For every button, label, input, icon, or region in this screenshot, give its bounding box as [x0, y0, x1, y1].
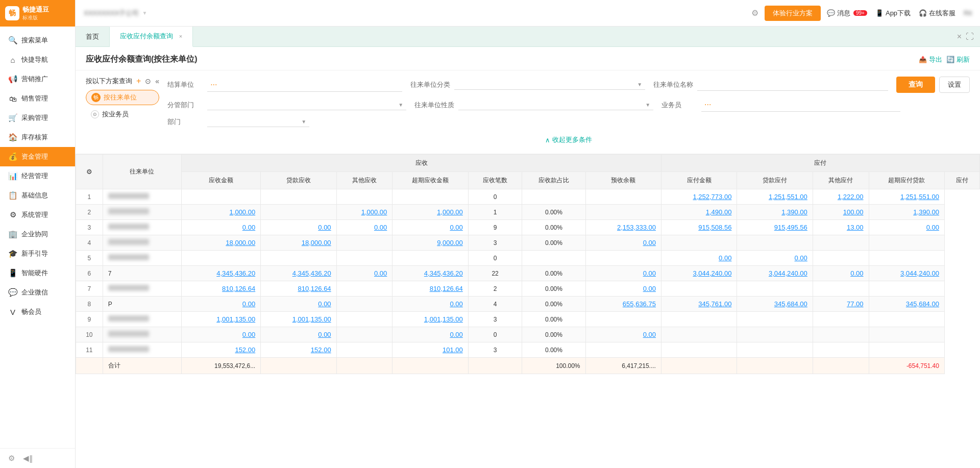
row-ys-ys_count-0[interactable]: 0	[468, 189, 522, 205]
sidebar-item-sales[interactable]: 🛍 销售管理	[0, 89, 75, 108]
refresh-button[interactable]: 🔄 刷新	[946, 55, 970, 64]
tab-close-window-icon[interactable]: ×	[957, 32, 962, 41]
row-ys-ys_ratio-2[interactable]: 0.00%	[522, 220, 585, 235]
row-ys-ys_ratio-5[interactable]: 0.00%	[522, 266, 585, 281]
row-ys-ys_other-2[interactable]: 0.00	[336, 220, 393, 235]
sidebar-item-newbie[interactable]: 🎓 新手引导	[0, 244, 75, 263]
sidebar-item-corp-wechat[interactable]: 💬 企业微信	[0, 283, 75, 302]
collapse-bottom-icon[interactable]: ◀‖	[23, 454, 33, 463]
filter-settings-icon[interactable]: ⊙	[145, 77, 151, 85]
msg-button[interactable]: 💬 消息 99+	[827, 9, 867, 18]
row-ys-ys_ratio-7[interactable]: 0.00%	[522, 297, 585, 312]
row-ys-ys_daikuan-5[interactable]: 4,345,436.20	[261, 266, 336, 281]
row-yf-yf_other-1[interactable]: 100.00	[813, 205, 869, 220]
row-ys-ys_count-5[interactable]: 22	[468, 266, 522, 281]
row-ys-ys_amount-8[interactable]: 1,001,135.00	[182, 312, 261, 327]
th-settings[interactable]: ⚙	[76, 155, 103, 189]
row-yf-yf_other-0[interactable]: 1,222.00	[813, 189, 869, 205]
row-ys-ys_amount-9[interactable]: 0.00	[182, 327, 261, 342]
yewu-dots[interactable]: ···	[704, 100, 711, 109]
row-yf-yf_amount-4[interactable]: 0.00	[661, 251, 737, 266]
row-ys-ys_amount-10[interactable]: 152.00	[182, 342, 261, 358]
filter-fenguan-select[interactable]: ▼	[207, 100, 406, 110]
sidebar-item-search-menu[interactable]: 🔍 搜索菜单	[0, 31, 75, 50]
row-yf-yf_other-7[interactable]: 77.00	[813, 297, 869, 312]
row-yf-yf_overdue-0[interactable]: 1,251,551.00	[869, 189, 944, 205]
row-ys-ys_ratio-10[interactable]: 0.00%	[522, 342, 585, 358]
query-button[interactable]: 查询	[896, 77, 935, 93]
row-yf-yf_overdue-7[interactable]: 345,684.00	[869, 297, 944, 312]
row-ys-ys_count-4[interactable]: 0	[468, 251, 522, 266]
filter-bumen-select[interactable]: ▼	[207, 117, 309, 127]
row-ys-ys_count-7[interactable]: 4	[468, 297, 522, 312]
row-ys-ys_daikuan-8[interactable]: 1,001,135.00	[261, 312, 336, 327]
row-ys-ys_amount-1[interactable]: 1,000.00	[182, 205, 261, 220]
jiesuan-dots[interactable]: ···	[210, 80, 217, 89]
tab-close-icon[interactable]: ×	[179, 33, 182, 39]
row-ys-ys_prepay-3[interactable]: 0.00	[585, 235, 661, 251]
sidebar-item-operations[interactable]: 📊 经营管理	[0, 166, 75, 186]
row-ys-ys_daikuan-2[interactable]: 0.00	[261, 220, 336, 235]
row-ys-ys_amount-3[interactable]: 18,000.00	[182, 235, 261, 251]
filter-yewu-select[interactable]: ···	[701, 98, 900, 112]
row-ys-ys_prepay-9[interactable]: 0.00	[585, 327, 661, 342]
row-ys-ys_ratio-3[interactable]: 0.00%	[522, 235, 585, 251]
filter-wanglai-name-input[interactable]	[697, 79, 888, 91]
row-ys-ys_amount-2[interactable]: 0.00	[182, 220, 261, 235]
row-yf-yf_daikuan-1[interactable]: 1,390.00	[737, 205, 813, 220]
row-ys-ys_prepay-7[interactable]: 655,636.75	[585, 297, 661, 312]
tab-maximize-icon[interactable]: ⛶	[966, 32, 974, 41]
app-download-button[interactable]: 📱 App下载	[875, 9, 911, 18]
row-yf-yf_amount-0[interactable]: 1,252,773.00	[661, 189, 737, 205]
row-ys-ys_overdue-1[interactable]: 1,000.00	[393, 205, 468, 220]
user-avatar[interactable]: Rit	[964, 9, 972, 17]
row-ys-ys_ratio-1[interactable]: 0.00%	[522, 205, 585, 220]
sidebar-item-base-info[interactable]: 📋 基础信息	[0, 186, 75, 205]
collapse-more-btn[interactable]: ∧ 收起更多条件	[167, 132, 970, 147]
row-yf-yf_amount-2[interactable]: 915,508.56	[661, 220, 737, 235]
row-ys-ys_other-1[interactable]: 1,000.00	[336, 205, 393, 220]
row-ys-ys_overdue-9[interactable]: 0.00	[393, 327, 468, 342]
scheme-salesman[interactable]: ⊙ 按业务员	[86, 107, 159, 121]
row-ys-ys_count-3[interactable]: 3	[468, 235, 522, 251]
sidebar-item-inventory[interactable]: 🏠 库存核算	[0, 128, 75, 147]
topbar-gear-icon[interactable]: ⚙	[751, 8, 758, 18]
filter-add-icon[interactable]: +	[136, 77, 141, 86]
scheme-partner[interactable]: 畅 按往来单位	[86, 90, 159, 105]
sidebar-item-quick-nav[interactable]: ⌂ 快捷导航	[0, 50, 75, 69]
filter-jiesuan-input[interactable]: ···	[207, 78, 402, 92]
sidebar-item-corp[interactable]: 🏢 企业协同	[0, 225, 75, 244]
row-ys-ys_daikuan-10[interactable]: 152.00	[261, 342, 336, 358]
filter-collapse-icon[interactable]: «	[155, 77, 159, 85]
filter-wanglai-fen-select[interactable]: ▼	[454, 80, 645, 90]
row-ys-ys_overdue-8[interactable]: 1,001,135.00	[393, 312, 468, 327]
sidebar-item-purchase[interactable]: 🛒 采购管理	[0, 108, 75, 128]
row-yf-yf_amount-5[interactable]: 3,044,240.00	[661, 266, 737, 281]
filter-settings-button[interactable]: 设置	[939, 77, 970, 93]
row-ys-ys_ratio-8[interactable]: 0.00%	[522, 312, 585, 327]
settings-bottom-icon[interactable]: ⚙	[8, 454, 15, 463]
row-ys-ys_count-9[interactable]: 0	[468, 327, 522, 342]
tab-home[interactable]: 首页	[76, 27, 110, 46]
row-ys-ys_daikuan-7[interactable]: 0.00	[261, 297, 336, 312]
row-ys-ys_count-1[interactable]: 1	[468, 205, 522, 220]
row-yf-yf_amount-7[interactable]: 345,761.00	[661, 297, 737, 312]
table-settings-icon[interactable]: ⚙	[86, 168, 92, 176]
row-ys-ys_ratio-6[interactable]: 0.00%	[522, 281, 585, 297]
row-ys-ys_amount-5[interactable]: 4,345,436.20	[182, 266, 261, 281]
row-ys-ys_overdue-3[interactable]: 9,000.00	[393, 235, 468, 251]
row-yf-yf_overdue-2[interactable]: 0.00	[869, 220, 944, 235]
row-ys-ys_amount-6[interactable]: 810,126.64	[182, 281, 261, 297]
sidebar-item-smart-hw[interactable]: 📱 智能硬件	[0, 263, 75, 283]
row-ys-ys_overdue-7[interactable]: 0.00	[393, 297, 468, 312]
sidebar-item-finance[interactable]: 💰 资金管理	[0, 147, 75, 166]
row-ys-ys_overdue-5[interactable]: 4,345,436.20	[393, 266, 468, 281]
row-ys-ys_overdue-10[interactable]: 101.00	[393, 342, 468, 358]
row-yf-yf_other-2[interactable]: 13.00	[813, 220, 869, 235]
row-yf-yf_overdue-5[interactable]: 3,044,240.00	[869, 266, 944, 281]
row-ys-ys_daikuan-6[interactable]: 810,126.64	[261, 281, 336, 297]
row-yf-yf_daikuan-0[interactable]: 1,251,551.00	[737, 189, 813, 205]
sidebar-item-member[interactable]: V 畅会员	[0, 302, 75, 322]
sidebar-item-marketing[interactable]: 📢 营销推广	[0, 69, 75, 89]
row-yf-yf_overdue-1[interactable]: 1,390.00	[869, 205, 944, 220]
